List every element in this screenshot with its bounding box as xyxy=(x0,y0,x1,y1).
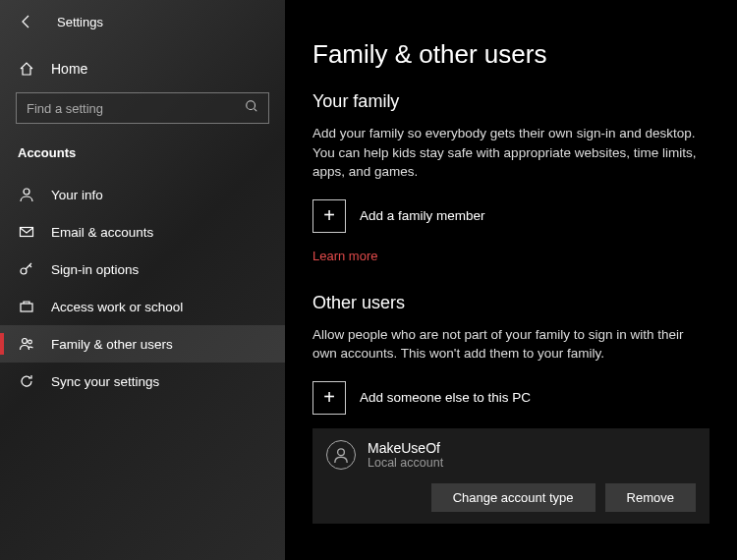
home-nav[interactable]: Home xyxy=(0,51,285,86)
add-other-user-button[interactable]: + Add someone else to this PC xyxy=(312,381,709,415)
user-subtitle: Local account xyxy=(368,456,443,470)
sidebar-item-label: Sync your settings xyxy=(51,374,159,389)
sidebar-item-your-info[interactable]: Your info xyxy=(0,176,285,213)
svg-point-0 xyxy=(247,101,255,110)
plus-icon: + xyxy=(312,199,346,233)
sidebar-item-signin[interactable]: Sign-in options xyxy=(0,251,285,288)
back-icon[interactable] xyxy=(18,14,35,29)
remove-button[interactable]: Remove xyxy=(605,483,696,512)
people-icon xyxy=(18,336,35,352)
family-description: Add your family so everybody gets their … xyxy=(312,124,706,182)
avatar-icon xyxy=(326,440,356,470)
change-account-type-button[interactable]: Change account type xyxy=(431,483,595,512)
key-icon xyxy=(18,261,35,277)
page-title: Family & other users xyxy=(312,39,709,70)
home-label: Home xyxy=(51,61,87,77)
search-box[interactable] xyxy=(16,92,269,124)
plus-icon: + xyxy=(312,381,346,415)
sidebar-item-label: Sign-in options xyxy=(51,262,139,277)
sidebar-header: Settings xyxy=(0,8,285,35)
sidebar-item-label: Email & accounts xyxy=(51,225,153,240)
other-users-heading: Other users xyxy=(312,293,709,313)
settings-title: Settings xyxy=(57,15,103,29)
sync-icon xyxy=(18,373,35,389)
add-other-label: Add someone else to this PC xyxy=(360,390,531,405)
add-family-member-button[interactable]: + Add a family member xyxy=(312,199,709,233)
svg-point-1 xyxy=(24,189,29,195)
main-content: Family & other users Your family Add you… xyxy=(285,0,737,560)
sidebar-item-sync[interactable]: Sync your settings xyxy=(0,363,285,400)
home-icon xyxy=(18,61,35,77)
user-name: MakeUseOf xyxy=(368,440,443,456)
category-heading: Accounts xyxy=(0,140,285,176)
user-card[interactable]: MakeUseOf Local account Change account t… xyxy=(312,428,709,524)
add-family-label: Add a family member xyxy=(360,208,485,223)
sidebar-item-work[interactable]: Access work or school xyxy=(0,288,285,325)
sidebar-item-email[interactable]: Email & accounts xyxy=(0,213,285,251)
svg-point-6 xyxy=(28,340,32,344)
person-icon xyxy=(18,187,35,202)
sidebar-item-family[interactable]: Family & other users xyxy=(0,325,285,363)
search-icon xyxy=(245,99,258,117)
learn-more-link[interactable]: Learn more xyxy=(312,249,377,263)
sidebar-item-label: Your info xyxy=(51,188,103,202)
sidebar: Settings Home Accounts Your info Email &… xyxy=(0,0,285,560)
other-users-description: Allow people who are not part of your fa… xyxy=(312,325,706,364)
user-card-header: MakeUseOf Local account xyxy=(326,440,696,470)
user-actions: Change account type Remove xyxy=(326,483,696,512)
svg-point-5 xyxy=(23,339,28,344)
search-input[interactable] xyxy=(27,101,245,116)
svg-point-7 xyxy=(338,449,345,456)
family-heading: Your family xyxy=(312,91,709,112)
mail-icon xyxy=(18,224,35,240)
svg-rect-4 xyxy=(21,304,32,311)
briefcase-icon xyxy=(18,299,35,314)
sidebar-item-label: Family & other users xyxy=(51,337,173,352)
sidebar-item-label: Access work or school xyxy=(51,300,183,314)
